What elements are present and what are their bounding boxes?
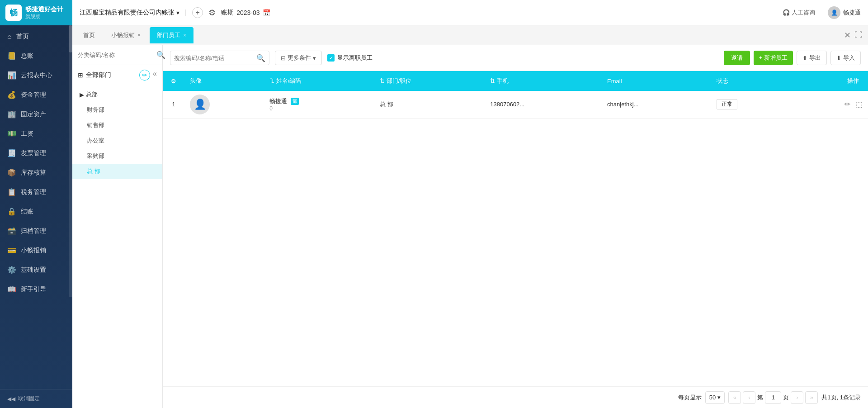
sidebar-item-reports[interactable]: 📊 云报表中心	[0, 66, 72, 85]
edit-button[interactable]: ✏	[844, 100, 850, 109]
cell-status: 正常	[711, 91, 793, 118]
headset-icon: 🎧	[783, 9, 790, 16]
cell-index: 1	[163, 91, 184, 118]
sidebar-nav: ⌂ 首页 📒 总账 📊 云报表中心 💰 资金管理 🏢 固定资产 💵 工资 🧾 发…	[0, 25, 72, 389]
expand-tab-button[interactable]: ⛶	[854, 30, 863, 40]
inventory-icon: 📦	[7, 168, 16, 177]
dept-item-finance[interactable]: 财务部	[72, 102, 162, 118]
tab-expense-close[interactable]: ×	[137, 32, 141, 38]
sidebar-item-label: 首页	[16, 33, 29, 41]
user-menu[interactable]: 👤 畅捷通	[828, 6, 861, 19]
status-badge: 正常	[717, 99, 737, 109]
sidebar-item-label: 工资	[21, 130, 33, 138]
col-phone[interactable]: ⇅ 手机	[485, 71, 602, 91]
page-label: 第	[757, 394, 763, 402]
export-button[interactable]: ⬆ 导出	[797, 51, 827, 65]
show-resigned-checkbox[interactable]: ✓	[327, 54, 335, 62]
col-name[interactable]: ⇅ 姓名/编码	[264, 71, 374, 91]
show-resigned-toggle[interactable]: ✓ 显示离职员工	[327, 54, 373, 62]
main-content: 江西服宝精品有限责任公司内账张 ▾ | + ⚙ 账期 2023-03 📅 🎧 人…	[72, 0, 868, 408]
dept-group-headquarters: ▶ 总部 财务部 销售部 办公室 采购部 总 部	[72, 87, 162, 179]
dept-panel: 🔍 ⊞ 全部部门 ✏ « ▶ 总部 财务部	[72, 45, 163, 408]
emp-panel: 🔍 ⊟ 更多条件 ▾ ✓ 显示离职员工 邀请 + 新增员工 ⬆ 导出	[163, 45, 868, 408]
col-avatar: 头像	[184, 71, 264, 91]
tab-home[interactable]: 首页	[76, 27, 102, 43]
grid-icon: ⊞	[78, 71, 83, 79]
sidebar-item-label: 新手引导	[21, 285, 46, 294]
emp-tag: 部	[291, 98, 299, 105]
dept-tree: ▶ 总部 财务部 销售部 办公室 采购部 总 部	[72, 85, 162, 181]
dept-item-headquarters[interactable]: 总 部	[72, 164, 162, 179]
import-button[interactable]: ⬇ 导入	[830, 51, 861, 65]
dept-item-office[interactable]: 办公室	[72, 133, 162, 148]
add-employee-button[interactable]: + 新增员工	[754, 51, 793, 65]
cell-dept: 总 部	[374, 91, 485, 118]
sidebar-item-label: 结账	[21, 208, 33, 216]
sidebar-unpin[interactable]: ◀◀ 取消固定	[0, 389, 72, 408]
first-page-button[interactable]: «	[728, 391, 741, 404]
page-input[interactable]	[765, 391, 781, 404]
tax-icon: 📋	[7, 188, 16, 196]
dept-item-procurement[interactable]: 采购部	[72, 148, 162, 164]
ledger-icon: 📒	[7, 52, 16, 60]
sidebar-item-archive[interactable]: 🗃️ 归档管理	[0, 221, 72, 241]
invite-button[interactable]: 邀请	[724, 51, 750, 65]
calendar-icon: 📅	[263, 9, 270, 16]
sidebar-item-capital[interactable]: 💰 资金管理	[0, 85, 72, 104]
archive-icon: 🗃️	[7, 227, 16, 235]
all-dept-selector[interactable]: ⊞ 全部部门	[78, 71, 111, 79]
table-row: 1 👤 畅捷通 部 0 总 部	[163, 91, 868, 118]
dept-item-sales[interactable]: 销售部	[72, 118, 162, 133]
next-page-button[interactable]: ›	[791, 391, 803, 404]
sidebar-item-label: 库存核算	[21, 169, 46, 177]
sidebar-item-label: 发票管理	[21, 149, 46, 157]
period-label: 账期	[221, 9, 234, 17]
sidebar-item-invoice[interactable]: 🧾 发票管理	[0, 143, 72, 163]
tabs-bar: 首页 小畅报销 × 部门员工 × ✕ ⛶	[72, 25, 868, 45]
employee-table: ⚙ 头像 ⇅ 姓名/编码 ⇅ 部门/职位 ⇅ 手机 Email	[163, 71, 868, 119]
sidebar-item-inventory[interactable]: 📦 库存核算	[0, 163, 72, 182]
company-selector[interactable]: 江西服宝精品有限责任公司内账张 ▾	[80, 9, 179, 17]
pagination: 每页显示 50 ▾ « ‹ 第 页 › » 共1页, 1条记录	[163, 386, 868, 408]
capital-icon: 💰	[7, 90, 16, 99]
sidebar-item-close-accounts[interactable]: 🔒 结账	[0, 202, 72, 221]
col-settings[interactable]: ⚙	[163, 71, 184, 91]
reports-icon: 📊	[7, 71, 16, 80]
filter-button[interactable]: ⊟ 更多条件 ▾	[275, 51, 322, 65]
sidebar-item-tax[interactable]: 📋 税务管理	[0, 182, 72, 202]
tab-expense[interactable]: 小畅报销 ×	[104, 27, 148, 43]
cell-email: chanjethkj...	[602, 91, 711, 118]
sidebar-item-assets[interactable]: 🏢 固定资产	[0, 104, 72, 124]
dept-search-input[interactable]	[78, 52, 154, 58]
sidebar-item-settings[interactable]: ⚙️ 基础设置	[0, 260, 72, 280]
prev-page-button[interactable]: ‹	[743, 391, 755, 404]
logout-button[interactable]: ⬚	[856, 100, 863, 109]
period-selector[interactable]: 账期 2023-03 📅	[221, 9, 270, 17]
sidebar-item-label: 总账	[21, 52, 33, 60]
sidebar-item-home[interactable]: ⌂ 首页	[0, 27, 72, 46]
tab-employees[interactable]: 部门员工 ×	[150, 27, 193, 43]
sidebar-item-ledger[interactable]: 📒 总账	[0, 46, 72, 66]
col-dept[interactable]: ⇅ 部门/职位	[374, 71, 485, 91]
cell-avatar: 👤	[184, 91, 264, 118]
cell-action: ✏ ⬚	[793, 91, 868, 118]
export-icon: ⬆	[802, 55, 807, 62]
sidebar-logo: 畅 畅捷通好会计 旗舰版	[0, 0, 72, 25]
emp-search-input[interactable]	[174, 55, 254, 62]
collapse-dept-button[interactable]: «	[153, 70, 157, 81]
tab-employees-close[interactable]: ×	[183, 32, 186, 38]
add-dept-button[interactable]: ✏	[139, 70, 150, 81]
page-size-label: 每页显示	[678, 394, 702, 402]
page-size-select[interactable]: 50 ▾	[705, 391, 725, 404]
sidebar-item-salary[interactable]: 💵 工资	[0, 124, 72, 143]
close-tab-button[interactable]: ✕	[844, 30, 851, 40]
invoice-icon: 🧾	[7, 149, 16, 157]
sidebar-item-guide[interactable]: 📖 新手引导	[0, 280, 72, 299]
add-company-button[interactable]: +	[192, 7, 203, 18]
sidebar-item-expense[interactable]: 💳 小畅报销	[0, 241, 72, 260]
customer-service-button[interactable]: 🎧 人工咨询	[783, 9, 815, 17]
expense-icon: 💳	[7, 246, 16, 255]
last-page-button[interactable]: »	[805, 391, 818, 404]
dept-group-headquarters-toggle[interactable]: ▶ 总部	[72, 87, 162, 102]
topbar-settings-icon[interactable]: ⚙	[208, 8, 216, 18]
